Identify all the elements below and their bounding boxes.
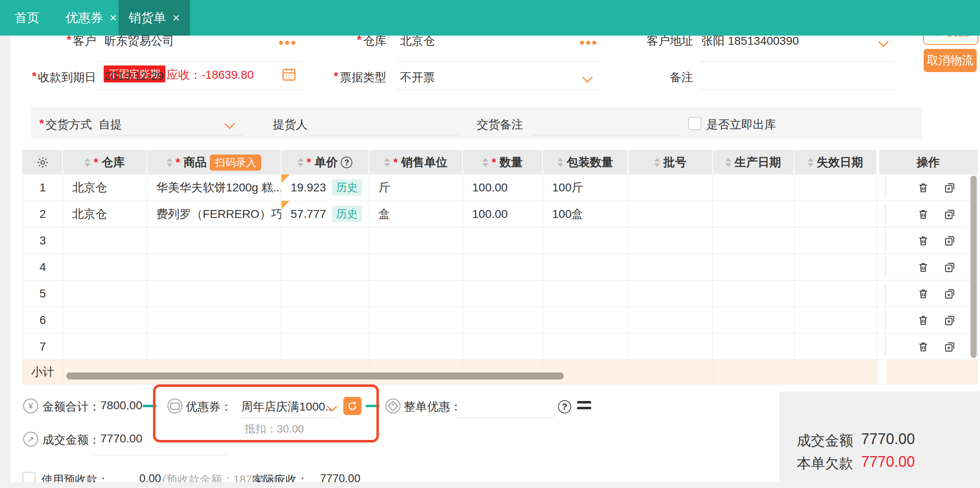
header-quantity[interactable]: 数量 xyxy=(463,150,543,174)
production-date-cell[interactable] xyxy=(713,227,794,254)
expiry-date-cell[interactable] xyxy=(794,227,877,254)
sort-icon[interactable] xyxy=(483,158,488,167)
product-cell[interactable]: 华美华夫软饼1200g 糕... xyxy=(147,174,281,201)
product-cell[interactable] xyxy=(147,333,281,360)
unit-price-cell[interactable] xyxy=(281,280,369,307)
unit-price-cell[interactable] xyxy=(281,333,369,360)
pack-quantity-cell[interactable] xyxy=(543,227,628,254)
warehouse-lookup-icon[interactable]: ••• xyxy=(580,40,598,46)
coupon-select[interactable]: 周年店庆满1000... xyxy=(241,399,335,415)
order-discount-underline[interactable] xyxy=(456,418,555,418)
batch-cell[interactable] xyxy=(628,333,713,360)
production-date-cell[interactable] xyxy=(713,254,794,280)
pack-quantity-cell[interactable]: 100斤 xyxy=(543,174,628,201)
unit-price-cell[interactable] xyxy=(281,307,369,333)
sale-unit-cell[interactable] xyxy=(369,333,463,360)
warehouse-cell[interactable] xyxy=(63,307,147,333)
delete-row-button[interactable] xyxy=(917,234,929,247)
due-date-field[interactable]: 2019-12-29 xyxy=(104,70,164,83)
expiry-date-cell[interactable] xyxy=(794,333,877,360)
calendar-icon[interactable] xyxy=(281,66,297,82)
delete-row-button[interactable] xyxy=(917,341,929,353)
pack-quantity-cell[interactable] xyxy=(543,254,628,280)
production-date-cell[interactable] xyxy=(713,280,794,307)
delete-row-button[interactable] xyxy=(917,314,929,326)
warehouse-cell[interactable] xyxy=(63,280,147,307)
quantity-cell[interactable] xyxy=(463,227,543,254)
product-cell[interactable] xyxy=(147,307,281,333)
help-icon[interactable] xyxy=(558,400,571,413)
refresh-coupon-button[interactable] xyxy=(343,397,361,415)
unit-price-cell[interactable]: 19.923历史 xyxy=(281,174,369,201)
vertical-scrollbar[interactable] xyxy=(970,176,977,358)
product-cell[interactable] xyxy=(147,227,281,254)
header-warehouse[interactable]: 仓库 xyxy=(63,150,147,174)
sale-unit-cell[interactable] xyxy=(369,307,463,333)
close-icon[interactable]: × xyxy=(172,12,180,24)
sale-unit-cell[interactable]: 斤 xyxy=(369,174,463,201)
quantity-cell[interactable] xyxy=(463,307,543,333)
warehouse-cell[interactable] xyxy=(63,254,147,280)
invoice-type-field[interactable]: 不开票 xyxy=(400,70,435,85)
history-price-badge[interactable]: 历史 xyxy=(332,206,362,222)
copy-row-button[interactable] xyxy=(944,234,956,247)
history-price-badge[interactable]: 历史 xyxy=(332,179,362,196)
picker-underline[interactable] xyxy=(309,135,458,135)
warehouse-cell[interactable] xyxy=(63,333,147,360)
warehouse-cell[interactable] xyxy=(63,227,147,254)
copy-row-button[interactable] xyxy=(944,208,956,220)
quantity-cell[interactable]: 100.00 xyxy=(463,201,543,227)
header-sale-unit[interactable]: 销售单位 xyxy=(369,150,463,174)
product-cell[interactable] xyxy=(147,280,281,307)
remark-underline[interactable] xyxy=(700,89,895,89)
sale-unit-cell[interactable] xyxy=(369,227,463,254)
batch-cell[interactable] xyxy=(628,201,713,227)
sort-icon[interactable] xyxy=(384,158,390,167)
sale-unit-cell[interactable] xyxy=(369,254,463,280)
cancel-logistics-button[interactable]: 取消物流 xyxy=(924,49,977,72)
production-date-cell[interactable] xyxy=(713,174,794,201)
horizontal-scrollbar[interactable] xyxy=(66,372,564,379)
unit-price-cell[interactable]: 57.777历史 xyxy=(281,201,369,227)
quantity-cell[interactable] xyxy=(463,333,543,360)
batch-cell[interactable] xyxy=(628,254,713,280)
delivery-remark-underline[interactable] xyxy=(533,135,679,135)
chevron-down-icon[interactable] xyxy=(878,36,888,47)
header-production-date[interactable]: 生产日期 xyxy=(713,150,794,174)
quantity-cell[interactable] xyxy=(463,280,543,307)
scan-entry-badge[interactable]: 扫码录入 xyxy=(210,155,261,171)
sort-icon[interactable] xyxy=(725,158,731,167)
tab-home[interactable]: 首页 xyxy=(8,0,46,36)
close-icon[interactable]: × xyxy=(109,12,117,24)
pack-quantity-cell[interactable] xyxy=(543,307,628,333)
sort-icon[interactable] xyxy=(167,158,172,167)
production-date-cell[interactable] xyxy=(713,333,794,360)
delete-row-button[interactable] xyxy=(917,261,929,273)
copy-row-button[interactable] xyxy=(944,181,956,194)
delete-row-button[interactable] xyxy=(917,181,929,194)
delete-row-button[interactable] xyxy=(917,287,929,300)
copy-row-button[interactable] xyxy=(944,287,956,300)
sort-icon[interactable] xyxy=(808,158,813,167)
copy-row-button[interactable] xyxy=(944,314,956,326)
unit-price-cell[interactable] xyxy=(281,254,369,280)
menu-equals-icon[interactable] xyxy=(577,401,591,409)
tab-coupon[interactable]: 优惠券 × xyxy=(58,0,124,36)
expiry-date-cell[interactable] xyxy=(794,201,877,227)
expiry-date-cell[interactable] xyxy=(794,307,877,333)
customer-lookup-icon[interactable]: ••• xyxy=(279,40,297,46)
header-unit-price[interactable]: 单价 xyxy=(281,150,369,174)
batch-cell[interactable] xyxy=(628,307,713,333)
sale-unit-cell[interactable] xyxy=(369,280,463,307)
batch-cell[interactable] xyxy=(628,280,713,307)
product-cell[interactable] xyxy=(147,254,281,280)
sort-icon[interactable] xyxy=(85,158,90,167)
pack-quantity-cell[interactable]: 100盒 xyxy=(543,201,628,227)
tab-sales-order[interactable]: 销货单 × xyxy=(119,0,190,36)
production-date-cell[interactable] xyxy=(713,307,794,333)
header-pack-quantity[interactable]: 包装数量 xyxy=(543,150,628,174)
warehouse-cell[interactable]: 北京仓 xyxy=(63,201,147,227)
copy-row-button[interactable] xyxy=(944,261,956,273)
help-icon[interactable] xyxy=(341,157,352,168)
expiry-date-cell[interactable] xyxy=(794,174,877,201)
